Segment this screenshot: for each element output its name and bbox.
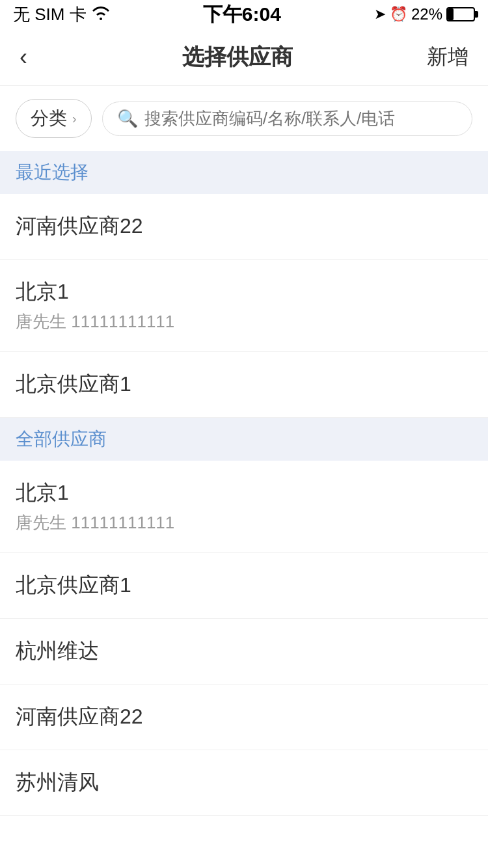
section-header-recent: 最近选择 <box>0 151 488 194</box>
page-title: 选择供应商 <box>182 42 293 72</box>
list-item[interactable]: 苏州清风 <box>0 750 488 816</box>
status-left: 无 SIM 卡 <box>13 3 110 26</box>
list-item[interactable]: 杭州维达 <box>0 619 488 685</box>
sim-status: 无 SIM 卡 <box>13 3 87 26</box>
list-item[interactable]: 北京1唐先生 11111111111 <box>0 461 488 553</box>
status-right: ➤ ⏰ 22% <box>374 5 475 23</box>
search-area: 分类 › 🔍 <box>0 86 488 151</box>
list-item[interactable]: 河南供应商22 <box>0 194 488 260</box>
list-item-sub: 唐先生 11111111111 <box>16 310 472 333</box>
search-wrapper: 🔍 <box>102 102 472 136</box>
list-item[interactable]: 北京供应商1 <box>0 352 488 418</box>
list-item-name: 河南供应商22 <box>16 703 472 731</box>
list-item-name: 河南供应商22 <box>16 212 472 241</box>
status-bar: 无 SIM 卡 下午6:04 ➤ ⏰ 22% <box>0 0 488 29</box>
list-item-sub: 唐先生 11111111111 <box>16 511 472 534</box>
location-icon: ➤ <box>374 6 386 23</box>
category-button[interactable]: 分类 › <box>16 99 92 138</box>
sections-container: 最近选择河南供应商22北京1唐先生 11111111111北京供应商1全部供应商… <box>0 151 488 816</box>
section-header-text-all: 全部供应商 <box>16 429 107 449</box>
list-item[interactable]: 北京供应商1 <box>0 553 488 619</box>
wifi-icon <box>92 5 110 25</box>
list-item[interactable]: 北京1唐先生 11111111111 <box>0 260 488 352</box>
list-item-name: 北京供应商1 <box>16 370 472 399</box>
battery-percent: 22% <box>411 5 442 23</box>
status-time: 下午6:04 <box>203 1 281 28</box>
alarm-icon: ⏰ <box>390 6 407 23</box>
search-icon: 🔍 <box>117 109 138 129</box>
battery-icon <box>446 7 475 21</box>
section-header-text-recent: 最近选择 <box>16 162 88 182</box>
add-button[interactable]: 新增 <box>416 43 468 72</box>
search-input[interactable] <box>144 109 457 129</box>
list-item[interactable]: 河南供应商22 <box>0 685 488 750</box>
list-item-name: 杭州维达 <box>16 637 472 666</box>
section-header-all: 全部供应商 <box>0 418 488 461</box>
list-item-name: 苏州清风 <box>16 768 472 797</box>
list-item-name: 北京1 <box>16 278 472 306</box>
list-item-name: 北京供应商1 <box>16 571 472 600</box>
list-item-name: 北京1 <box>16 479 472 508</box>
back-button[interactable]: ‹ <box>20 44 59 71</box>
nav-bar: ‹ 选择供应商 新增 <box>0 29 488 86</box>
chevron-right-icon: › <box>72 111 77 126</box>
category-label: 分类 <box>31 106 67 131</box>
